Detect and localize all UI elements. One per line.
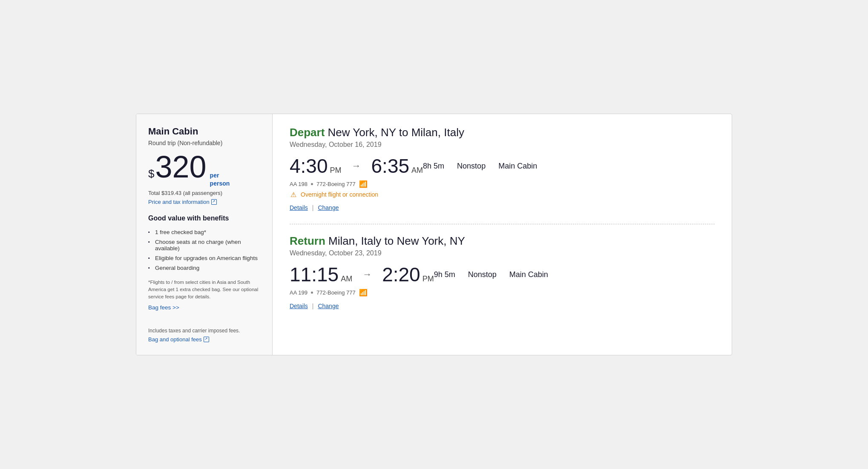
return-aircraft: 772-Boeing 777 bbox=[316, 289, 356, 296]
benefits-title: Good value with benefits bbox=[148, 214, 260, 222]
benefits-list: 1 free checked bag* Choose seats at no c… bbox=[148, 227, 260, 273]
external-link-icon bbox=[211, 199, 217, 205]
depart-period: PM bbox=[330, 166, 342, 175]
price-tax-link[interactable]: Price and tax information bbox=[148, 199, 217, 205]
price-amount: 320 bbox=[155, 152, 206, 182]
return-arrive-time: 2:20 bbox=[382, 265, 420, 284]
return-stops: Nonstop bbox=[468, 270, 497, 279]
price-row: $ 320 per person bbox=[148, 152, 260, 187]
return-flight-number: AA 199 bbox=[290, 289, 308, 296]
total-price: Total $319.43 (all passengers) bbox=[148, 190, 260, 196]
arrive-period: AM bbox=[411, 166, 423, 175]
trip-type: Round trip (Non-refundable) bbox=[148, 140, 260, 146]
return-info-row: AA 199 772-Boeing 777 📶 bbox=[290, 289, 715, 297]
return-arrow-icon: → bbox=[362, 269, 372, 280]
benefit-item: Choose seats at no charge (when availabl… bbox=[148, 237, 260, 253]
footnote: *Flights to / from select cities in Asia… bbox=[148, 279, 260, 301]
depart-info-row: AA 198 772-Boeing 777 📶 bbox=[290, 180, 715, 188]
depart-times-row: 4:30 PM → 6:35 AM 8h 5m Nonstop Main Cab… bbox=[290, 156, 715, 176]
main-container: Main Cabin Round trip (Non-refundable) $… bbox=[136, 114, 732, 355]
depart-stops: Nonstop bbox=[457, 162, 486, 171]
benefit-item: 1 free checked bag* bbox=[148, 227, 260, 237]
bag-optional-link[interactable]: Bag and optional fees bbox=[148, 336, 209, 343]
depart-change-link[interactable]: Change bbox=[318, 204, 339, 211]
depart-details-link[interactable]: Details bbox=[290, 204, 308, 211]
return-arrive-period: PM bbox=[423, 275, 434, 283]
return-change-link[interactable]: Change bbox=[318, 303, 339, 309]
section-divider bbox=[290, 224, 715, 224]
depart-title: Depart New York, NY to Milan, Italy bbox=[290, 126, 715, 139]
external-link-icon-2 bbox=[204, 337, 209, 342]
cabin-title: Main Cabin bbox=[148, 126, 260, 137]
return-date: Wednesday, October 23, 2019 bbox=[290, 249, 715, 257]
return-times-row: 11:15 AM → 2:20 PM 9h 5m Nonstop Main Ca… bbox=[290, 265, 715, 284]
left-panel: Main Cabin Round trip (Non-refundable) $… bbox=[136, 114, 273, 355]
warning-icon: ⚠ bbox=[290, 191, 297, 198]
depart-time-block: 4:30 PM bbox=[290, 156, 342, 176]
return-depart-time-block: 11:15 AM bbox=[290, 265, 352, 284]
benefit-item: General boarding bbox=[148, 263, 260, 273]
return-title: Return Milan, Italy to New York, NY bbox=[290, 234, 715, 248]
depart-cabin-class: Main Cabin bbox=[498, 162, 537, 171]
link-separator: | bbox=[312, 204, 314, 211]
depart-warning-text: Overnight flight or connection bbox=[301, 191, 378, 198]
return-wifi-icon: 📶 bbox=[359, 289, 368, 297]
right-panel: Depart New York, NY to Milan, Italy Wedn… bbox=[273, 114, 732, 355]
arrive-time-block: 6:35 AM bbox=[371, 156, 423, 176]
depart-flight-meta: 8h 5m Nonstop Main Cabin bbox=[423, 162, 537, 171]
return-flight-meta: 9h 5m Nonstop Main Cabin bbox=[434, 270, 548, 279]
bag-fees-link[interactable]: Bag fees >> bbox=[148, 304, 260, 311]
per-person-label: per person bbox=[210, 172, 230, 187]
benefit-item: Eligible for upgrades on American flight… bbox=[148, 253, 260, 263]
depart-section: Depart New York, NY to Milan, Italy Wedn… bbox=[290, 126, 715, 211]
return-details-link[interactable]: Details bbox=[290, 303, 308, 309]
return-cabin-class: Main Cabin bbox=[509, 270, 548, 279]
depart-flight-number: AA 198 bbox=[290, 181, 308, 187]
return-arrive-time-block: 2:20 PM bbox=[382, 265, 434, 284]
return-depart-period: AM bbox=[341, 275, 352, 283]
return-dot-separator bbox=[311, 292, 313, 294]
return-links-row: Details | Change bbox=[290, 303, 715, 309]
depart-header: Depart New York, NY to Milan, Italy Wedn… bbox=[290, 126, 715, 149]
arrive-time: 6:35 bbox=[371, 156, 410, 176]
depart-date: Wednesday, October 16, 2019 bbox=[290, 141, 715, 149]
return-depart-time: 11:15 bbox=[290, 265, 339, 284]
return-section: Return Milan, Italy to New York, NY Wedn… bbox=[290, 234, 715, 309]
depart-time: 4:30 bbox=[290, 156, 328, 176]
footer-note: Includes taxes and carrier imposed fees. bbox=[148, 328, 260, 334]
depart-aircraft: 772-Boeing 777 bbox=[316, 181, 356, 187]
price-dollar-sign: $ bbox=[148, 167, 154, 180]
dot-separator bbox=[311, 183, 313, 185]
return-link-separator: | bbox=[312, 303, 314, 309]
depart-warning-row: ⚠ Overnight flight or connection bbox=[290, 191, 715, 198]
depart-links-row: Details | Change bbox=[290, 204, 715, 211]
arrow-icon: → bbox=[352, 160, 361, 172]
depart-duration: 8h 5m bbox=[423, 162, 444, 171]
return-duration: 9h 5m bbox=[434, 270, 455, 279]
wifi-icon: 📶 bbox=[359, 180, 368, 188]
return-header: Return Milan, Italy to New York, NY Wedn… bbox=[290, 234, 715, 257]
